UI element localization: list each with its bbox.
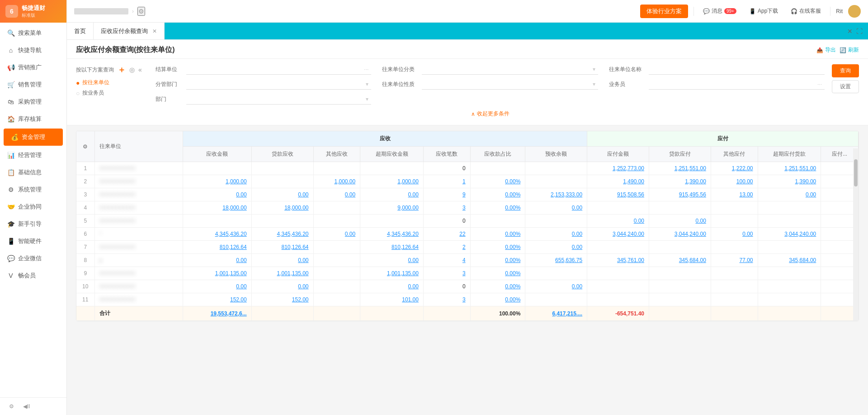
- ar_prepay-cell-7[interactable]: 655,636.75: [525, 254, 587, 267]
- sidebar-item-operations[interactable]: 📊经营管理: [0, 147, 66, 164]
- sidebar-settings-button[interactable]: ⚙: [5, 401, 18, 411]
- ap_other-cell-7[interactable]: 77.00: [711, 254, 758, 267]
- salesman-input[interactable]: ···: [649, 79, 825, 90]
- ar_loan-cell-10[interactable]: 152.00: [251, 293, 313, 306]
- unit-nature-select[interactable]: ▾: [422, 79, 598, 90]
- ar_count-cell-2[interactable]: 9: [423, 188, 470, 201]
- ar_ratio-cell-10[interactable]: 0.00%: [470, 293, 525, 306]
- ap_amount-cell-1[interactable]: 1,490.00: [587, 175, 649, 188]
- ar_prepay-cell-3[interactable]: 0.00: [525, 201, 587, 215]
- refresh-button[interactable]: 🔄 刷新: [840, 46, 859, 54]
- promo-button[interactable]: 体验行业方案: [640, 5, 688, 18]
- sidebar-item-guide[interactable]: 🎓新手引导: [0, 215, 66, 233]
- ar_ratio-cell-2[interactable]: 0.00%: [470, 188, 525, 201]
- ar_amount-cell-8[interactable]: 1,001,135.00: [183, 267, 251, 280]
- unit-name-input[interactable]: [649, 64, 825, 75]
- ar_count-cell-6[interactable]: 2: [423, 241, 470, 254]
- sidebar-item-wechat[interactable]: 💬企业微信: [0, 250, 66, 267]
- ar_amount-cell-3[interactable]: 18,000.00: [183, 201, 251, 215]
- ar_overdue-cell-9[interactable]: 0.00: [360, 280, 424, 293]
- sidebar-item-fund[interactable]: 💰资金管理: [4, 129, 63, 146]
- dept-select[interactable]: ▾: [186, 94, 371, 105]
- sidebar-collapse-button[interactable]: ◀II: [19, 401, 34, 411]
- sidebar-item-search-menu[interactable]: 🔍搜索菜单: [0, 24, 66, 42]
- ap_other-cell-2[interactable]: 13.00: [711, 188, 758, 201]
- total-ar-amount[interactable]: 19,553,472,6...: [183, 306, 251, 321]
- ar_ratio-cell-1[interactable]: 0.00%: [470, 175, 525, 188]
- query-button[interactable]: 查询: [832, 64, 859, 77]
- ap_loan-cell-7[interactable]: 345,684.00: [649, 254, 711, 267]
- ar_prepay-cell-2[interactable]: 2,153,333.00: [525, 188, 587, 201]
- ap_loan-cell-4[interactable]: 0.00: [649, 215, 711, 228]
- sidebar-item-system[interactable]: ⚙系统管理: [0, 181, 66, 198]
- ar_loan-cell-3[interactable]: 18,000.00: [251, 201, 313, 215]
- ar_amount-cell-1[interactable]: 1,000.00: [183, 175, 251, 188]
- ar_count-cell-1[interactable]: 1: [423, 175, 470, 188]
- ar_amount-cell-7[interactable]: 0.00: [183, 254, 251, 267]
- unit-category-select[interactable]: ▾: [422, 64, 598, 75]
- ar_overdue-cell-3[interactable]: 9,000.00: [360, 201, 424, 215]
- scheme-item-salesman[interactable]: ○ 按业务员: [76, 89, 148, 97]
- ar_amount-cell-2[interactable]: 0.00: [183, 188, 251, 201]
- ar_loan-cell-5[interactable]: 4,345,436.20: [251, 228, 313, 241]
- ar_overdue-cell-6[interactable]: 810,126.64: [360, 241, 424, 254]
- ar_ratio-cell-3[interactable]: 0.00%: [470, 201, 525, 215]
- ar_amount-cell-10[interactable]: 152.00: [183, 293, 251, 306]
- ap_amount-cell-7[interactable]: 345,761.00: [587, 254, 649, 267]
- sidebar-item-enterprise[interactable]: 🤝企业协同: [0, 198, 66, 215]
- table-scrollbar[interactable]: [853, 148, 859, 321]
- ar_overdue-cell-7[interactable]: 0.00: [360, 254, 424, 267]
- ap_amount-cell-4[interactable]: 0.00: [587, 215, 649, 228]
- ap_loan-cell-2[interactable]: 915,495.56: [649, 188, 711, 201]
- ar_overdue-cell-10[interactable]: 101.00: [360, 293, 424, 306]
- total-ar-prepay[interactable]: 6,417,215....: [525, 306, 587, 321]
- ap_other-cell-0[interactable]: 1,222.00: [711, 162, 758, 175]
- online-service-button[interactable]: 🎧 在线客服: [787, 5, 825, 17]
- sidebar-item-sales[interactable]: 🛒销售管理: [0, 76, 66, 93]
- ar_overdue-cell-1[interactable]: 1,000.00: [360, 175, 424, 188]
- ar_overdue-cell-5[interactable]: 4,345,436.20: [360, 228, 424, 241]
- ar_count-cell-8[interactable]: 3: [423, 267, 470, 280]
- ap_amount-cell-5[interactable]: 3,044,240.00: [587, 228, 649, 241]
- ap_overdue-cell-2[interactable]: 0.00: [758, 188, 821, 201]
- tab-home[interactable]: 首页: [67, 23, 94, 39]
- ar_loan-cell-7[interactable]: 0.00: [251, 254, 313, 267]
- ap_loan-cell-0[interactable]: 1,251,551.00: [649, 162, 711, 175]
- export-button[interactable]: 📤 导出: [816, 46, 836, 54]
- ar_prepay-cell-6[interactable]: 0.00: [525, 241, 587, 254]
- ap_loan-cell-5[interactable]: 3,044,240.00: [649, 228, 711, 241]
- tab-close-icon[interactable]: ✕: [152, 28, 157, 34]
- settlement-input[interactable]: ···: [186, 64, 371, 75]
- sidebar-item-member[interactable]: V畅会员: [0, 267, 66, 284]
- ar_ratio-cell-5[interactable]: 0.00%: [470, 228, 525, 241]
- ar_loan-cell-9[interactable]: 0.00: [251, 280, 313, 293]
- ar_loan-cell-2[interactable]: 0.00: [251, 188, 313, 201]
- ap_other-cell-1[interactable]: 100.00: [711, 175, 758, 188]
- table-settings-icon[interactable]: ⚙: [83, 143, 88, 150]
- ap_loan-cell-1[interactable]: 1,390.00: [649, 175, 711, 188]
- ap_overdue-cell-5[interactable]: 3,044,240.00: [758, 228, 821, 241]
- ar_ratio-cell-7[interactable]: 0.00%: [470, 254, 525, 267]
- sidebar-item-basic[interactable]: 📋基础信息: [0, 164, 66, 181]
- ap_other-cell-5[interactable]: 0.00: [711, 228, 758, 241]
- ar_ratio-cell-6[interactable]: 0.00%: [470, 241, 525, 254]
- tab-close-all-icon[interactable]: ✕: [847, 28, 853, 35]
- scheme-item-unit[interactable]: ● 按往来单位: [76, 79, 148, 86]
- ar_ratio-cell-8[interactable]: 0.00%: [470, 267, 525, 280]
- ar_loan-cell-6[interactable]: 810,126.64: [251, 241, 313, 254]
- ar_other-cell-2[interactable]: 0.00: [313, 188, 360, 201]
- ar_overdue-cell-2[interactable]: 0.00: [360, 188, 424, 201]
- sidebar-item-marketing[interactable]: 📢营销推广: [0, 59, 66, 76]
- filter-settings-button[interactable]: 设置: [832, 80, 859, 93]
- dept-manage-select[interactable]: ▾: [186, 79, 371, 90]
- tab-ar-ap[interactable]: 应收应付余额查询 ✕: [94, 23, 165, 39]
- collapse-button[interactable]: ∧ 收起更多条件: [471, 110, 509, 118]
- ar_count-cell-5[interactable]: 22: [423, 228, 470, 241]
- ar_loan-cell-8[interactable]: 1,001,135.00: [251, 267, 313, 280]
- ar_amount-cell-9[interactable]: 0.00: [183, 280, 251, 293]
- scheme-collapse-icon[interactable]: «: [138, 66, 142, 73]
- ap_overdue-cell-1[interactable]: 1,390.00: [758, 175, 821, 188]
- tab-expand-icon[interactable]: ⛶: [856, 28, 863, 35]
- sidebar-item-inventory[interactable]: 🏠库存核算: [0, 110, 66, 128]
- ap_overdue-cell-7[interactable]: 345,684.00: [758, 254, 821, 267]
